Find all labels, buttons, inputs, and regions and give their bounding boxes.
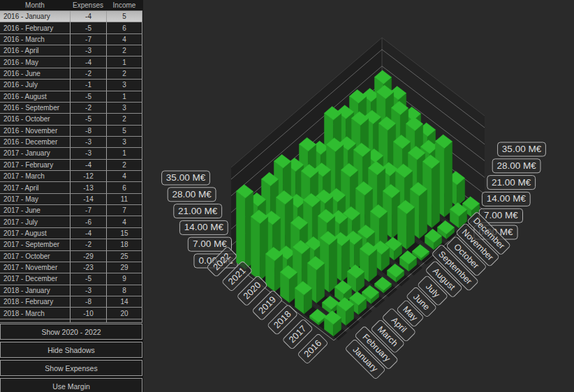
table-row[interactable]: 2016 - September-23 [0,102,142,113]
expenses-cell: -4 [70,11,106,22]
month-cell: 2017 - April [0,182,70,193]
svg-text:28.00 M€: 28.00 M€ [172,189,212,199]
income-cell: 2 [106,68,142,79]
expenses-cell: -8 [70,296,106,307]
expenses-cell: -5 [70,91,106,102]
table-row[interactable]: 2016 - May-41 [0,56,142,67]
use-margin-button[interactable]: Use Margin [0,378,142,392]
income-cell: 29 [106,262,142,273]
table-row[interactable]: 2016 - October-52 [0,113,142,124]
table-row[interactable]: 2017 - October-2925 [0,250,142,262]
bar-2018-January[interactable] [295,281,311,314]
income-cell: 2 [106,45,142,56]
table-body: 2016 - January-452016 - February-562016 … [0,10,143,323]
month-cell: 2016 - February [0,22,70,33]
table-header: Month Expenses Income [0,0,143,10]
table-row[interactable]: 2017 - December-59 [0,273,142,284]
month-cell: 2017 - October [0,251,70,262]
table-row[interactable]: 2018 - February-814 [0,296,142,307]
data-table-panel: Month Expenses Income 2016 - January-452… [0,0,143,392]
expenses-cell: -12 [70,171,106,181]
table-row[interactable]: 2016 - January-45 [0,10,142,22]
month-cell: 2016 - March [0,34,70,45]
value-axis-label: 28.00 M€ [168,188,216,202]
month-cell: 2017 - February [0,160,70,170]
value-axis-label: 21.00 M€ [174,204,222,218]
value-axis-label: 21.00 M€ [487,176,536,190]
month-cell: 2016 - August [0,91,70,102]
table-row[interactable]: 2016 - June-22 [0,68,142,79]
svg-text:35.00 M€: 35.00 M€ [166,172,206,183]
table-row[interactable]: 2017 - June-77 [0,204,142,216]
table-row-partial [0,319,142,323]
expenses-cell: -1 [70,80,106,90]
expenses-cell: -29 [70,251,106,262]
column-header-income: Income [106,1,142,9]
month-cell: 2016 - June [0,68,70,79]
month-cell: 2018 - February [0,296,70,307]
table-row[interactable]: 2016 - February-56 [0,22,142,33]
table-row[interactable]: 2017 - August-415 [0,227,142,239]
expenses-cell: -4 [70,160,106,170]
expenses-cell: -2 [70,239,106,250]
table-row[interactable]: 2016 - November-85 [0,125,142,136]
svg-text:14.00 M€: 14.00 M€ [487,193,527,204]
3d-column-chart[interactable]: 0.00 M€7.00 M€14.00 M€21.00 M€28.00 M€35… [143,0,574,392]
table-row[interactable]: 2017 - September-218 [0,239,142,250]
table-row[interactable]: 2016 - March-74 [0,33,142,45]
income-cell: 5 [106,11,142,22]
expenses-cell: -3 [70,137,106,147]
table-row[interactable]: 2018 - January-38 [0,285,142,296]
chart-canvas: 0.00 M€7.00 M€14.00 M€21.00 M€28.00 M€35… [143,0,574,392]
table-row[interactable]: 2017 - November-2329 [0,262,142,273]
table-row[interactable]: 2017 - February-42 [0,159,142,170]
show-expenses-button[interactable]: Show Expenses [0,360,142,376]
month-cell: 2018 - January [0,285,70,296]
svg-text:7.00 M€: 7.00 M€ [484,210,518,220]
table-row[interactable]: 2017 - July-64 [0,216,142,227]
month-cell: 2016 - December [0,137,70,147]
expenses-cell: -5 [70,114,106,124]
income-cell: 2 [106,160,142,170]
expenses-cell: -3 [70,45,106,56]
income-cell: 6 [106,22,142,33]
income-cell: 25 [106,251,142,262]
empty-cell [106,319,142,322]
expenses-cell: -7 [70,205,106,216]
table-row[interactable]: 2017 - March-124 [0,170,142,181]
expenses-cell: -13 [70,182,106,193]
value-axis-label: 14.00 M€ [179,220,228,234]
income-cell: 8 [106,285,142,296]
income-cell: 3 [106,80,142,90]
table-row[interactable]: 2016 - April-32 [0,45,142,56]
expenses-cell: -10 [70,308,106,318]
empty-cell [70,319,106,322]
table-row[interactable]: 2017 - May-1411 [0,193,142,204]
expenses-cell: -2 [70,68,106,79]
bar-2020-January[interactable] [265,247,282,292]
month-cell: 2017 - March [0,171,70,181]
month-cell: 2017 - June [0,205,70,216]
expenses-cell: -5 [70,22,106,33]
month-cell: 2016 - April [0,45,70,56]
income-cell: 2 [106,114,142,124]
value-axis-label: 35.00 M€ [162,171,210,185]
bar-2017-August[interactable] [397,200,414,250]
column-header-expenses: Expenses [70,1,106,9]
month-cell: 2017 - July [0,216,70,227]
income-cell: 14 [106,296,142,307]
show-years-button[interactable]: Show 2020 - 2022 [0,324,142,340]
table-row[interactable]: 2016 - December-33 [0,136,142,147]
table-row[interactable]: 2016 - July-13 [0,79,142,90]
table-row[interactable]: 2017 - January-31 [0,147,142,158]
table-row[interactable]: 2017 - April-136 [0,181,142,193]
income-cell: 9 [106,273,142,284]
column-header-month: Month [0,1,70,9]
bar-2021-January[interactable] [251,210,267,280]
hide-shadows-button[interactable]: Hide Shadows [0,342,142,358]
month-cell: 2016 - January [0,11,70,22]
table-row[interactable]: 2016 - August-51 [0,91,142,102]
table-row[interactable]: 2018 - March-1020 [0,307,142,318]
bar-2019-January[interactable] [280,266,297,303]
bar-2022-January[interactable] [236,185,253,270]
